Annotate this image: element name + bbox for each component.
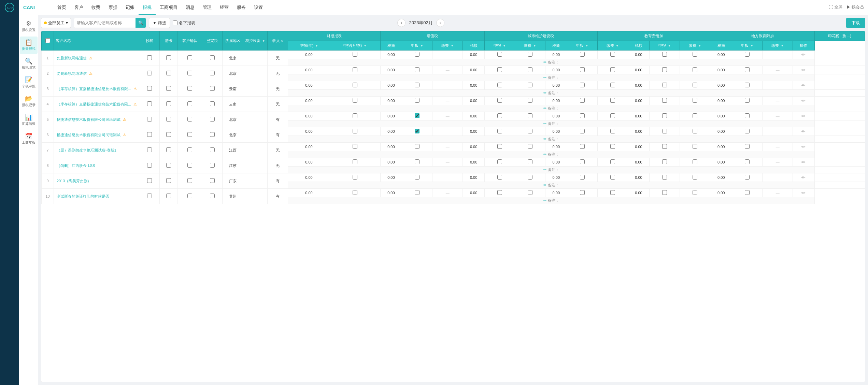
annual-declare-cell[interactable]	[330, 127, 380, 136]
local-edu-declare-cell[interactable]	[650, 158, 680, 167]
stamp-declare-cell[interactable]	[732, 173, 763, 182]
select-all-checkbox[interactable]	[45, 38, 50, 43]
local-pay-cb[interactable]	[693, 98, 697, 103]
edu-pay-cell[interactable]	[597, 81, 628, 90]
clear-card-checkbox[interactable]	[166, 101, 171, 106]
city-pay-cb[interactable]	[528, 190, 532, 195]
named-reports-checkbox-label[interactable]: 名下报表	[173, 20, 195, 26]
local-declare-cb[interactable]	[662, 113, 667, 118]
city-declare-cb[interactable]	[497, 83, 502, 87]
member-btn[interactable]: ▶ 畅会员	[846, 4, 864, 10]
vat-declare-cell[interactable]	[402, 51, 432, 59]
edu-declare-cb[interactable]	[580, 144, 585, 149]
paid-checkbox[interactable]	[210, 86, 215, 91]
city-declare-cb[interactable]	[497, 67, 502, 72]
sidebar-item-personal-tax[interactable]: 📝 个税申报	[20, 74, 38, 91]
edu-declare-cell[interactable]	[567, 189, 597, 197]
annual-declare-cell[interactable]	[330, 112, 380, 120]
copy-tax-checkbox[interactable]	[147, 86, 152, 91]
city-pay-cb[interactable]	[528, 83, 532, 87]
clear-card-checkbox[interactable]	[166, 147, 171, 152]
clear-card-checkbox[interactable]	[166, 132, 171, 137]
local-pay-cb[interactable]	[693, 159, 697, 164]
edu-declare-cell[interactable]	[567, 173, 597, 182]
vat-declare-cb[interactable]	[415, 67, 419, 72]
local-edu-declare-cell[interactable]	[650, 66, 680, 74]
nav-invoice[interactable]: 票据	[104, 0, 122, 15]
city-pay-cell[interactable]	[515, 97, 545, 105]
annual-declare-cell[interactable]	[330, 173, 380, 182]
nav-management[interactable]: 管理	[199, 0, 216, 15]
stamp-declare-cell[interactable]	[732, 66, 763, 74]
edu-pay-cell[interactable]	[597, 173, 628, 182]
copy-tax-checkbox[interactable]	[147, 163, 152, 168]
customer-name-cell[interactable]: 畅捷通信息技术股份有限公司民珏测试 ⚠	[54, 112, 139, 127]
edit-icon[interactable]: ✏	[801, 144, 806, 149]
customer-name-cell[interactable]: （库存核算）直播畅捷通信息技术股份有限... ⚠	[54, 81, 139, 97]
nav-bookkeeping[interactable]: 记账	[122, 0, 139, 15]
local-edu-declare-cell[interactable]	[650, 51, 680, 59]
stamp-pay-cell[interactable]: —	[763, 127, 793, 136]
customer-name-cell[interactable]: 勿删新锐网络通信 ⚠	[54, 51, 139, 66]
th-edu-declare[interactable]: 申报 ▼	[567, 41, 597, 51]
city-pay-cell[interactable]	[515, 173, 545, 182]
edu-declare-cb[interactable]	[580, 175, 585, 180]
city-pay-cell[interactable]	[515, 81, 545, 90]
vat-declare-cb[interactable]	[415, 129, 419, 133]
paid-checkbox[interactable]	[210, 194, 215, 198]
local-pay-cb[interactable]	[693, 67, 697, 72]
city-declare-cell[interactable]	[484, 51, 515, 59]
copy-tax-checkbox[interactable]	[147, 71, 152, 75]
edu-pay-cell[interactable]	[597, 158, 628, 167]
th-stamp-pay[interactable]: 缴费 ▼	[763, 41, 793, 51]
stamp-declare-cb[interactable]	[745, 190, 750, 195]
annual-declare-cell[interactable]	[330, 158, 380, 167]
local-pay-cb[interactable]	[693, 83, 697, 87]
annual-declare-cell[interactable]	[330, 189, 380, 197]
local-declare-cb[interactable]	[662, 52, 667, 57]
vat-declare-cb[interactable]	[415, 175, 419, 180]
city-pay-cell[interactable]	[515, 127, 545, 136]
th-annual-report[interactable]: 申报(年) ▼	[288, 41, 330, 51]
copy-tax-checkbox[interactable]	[147, 194, 152, 198]
annual-cb[interactable]	[353, 159, 357, 164]
edu-pay-cb[interactable]	[610, 175, 615, 180]
stamp-declare-cell[interactable]	[732, 143, 763, 151]
stamp-declare-cell[interactable]	[732, 51, 763, 59]
customer-name-cell[interactable]: （勿删）江西股金-LSS	[54, 158, 139, 173]
copy-tax-checkbox[interactable]	[147, 178, 152, 183]
vat-declare-cb[interactable]	[415, 144, 419, 149]
local-declare-cb[interactable]	[662, 129, 667, 133]
clear-card-checkbox[interactable]	[166, 71, 171, 75]
city-declare-cell[interactable]	[484, 97, 515, 105]
edit-cell[interactable]: ✏	[793, 127, 815, 136]
stamp-declare-cb[interactable]	[745, 175, 750, 180]
edu-declare-cell[interactable]	[567, 97, 597, 105]
city-declare-cell[interactable]	[484, 81, 515, 90]
prev-page-button[interactable]: ‹	[397, 19, 405, 27]
nav-customer[interactable]: 客户	[70, 0, 87, 15]
th-monthly-quarterly-report[interactable]: 申报(月/季) ▼	[330, 41, 380, 51]
city-declare-cell[interactable]	[484, 66, 515, 74]
th-checkbox-all[interactable]	[42, 31, 54, 51]
edu-declare-cell[interactable]	[567, 158, 597, 167]
edu-declare-cell[interactable]	[567, 143, 597, 151]
th-edu-pay[interactable]: 缴费 ▼	[597, 41, 628, 51]
local-edu-pay-cell[interactable]	[680, 189, 710, 197]
local-declare-cb[interactable]	[662, 144, 667, 149]
vat-declare-cell[interactable]	[402, 112, 432, 120]
clear-card-checkbox[interactable]	[166, 55, 171, 60]
city-declare-cb[interactable]	[497, 159, 502, 164]
paid-checkbox[interactable]	[210, 55, 215, 60]
stamp-declare-cell[interactable]	[732, 158, 763, 167]
vat-declare-cb[interactable]	[415, 98, 419, 103]
nav-service[interactable]: 服务	[233, 0, 250, 15]
local-edu-declare-cell[interactable]	[650, 143, 680, 151]
annual-cb[interactable]	[353, 83, 357, 87]
customer-name-cell[interactable]: 畅捷通信息技术股份有限公司民珏测试 ⚠	[54, 127, 139, 143]
edu-pay-cell[interactable]	[597, 66, 628, 74]
edit-cell[interactable]: ✏	[793, 158, 815, 167]
annual-cb[interactable]	[353, 98, 357, 103]
paid-checkbox[interactable]	[210, 163, 215, 168]
edu-declare-cell[interactable]	[567, 66, 597, 74]
